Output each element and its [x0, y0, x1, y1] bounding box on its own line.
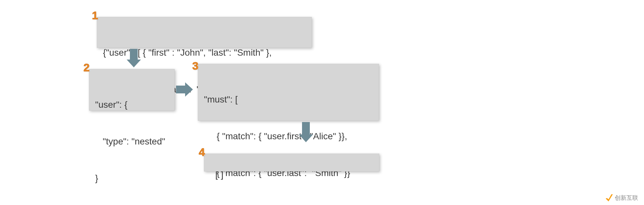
code-line: "type": "nested": [95, 135, 169, 148]
arrow-down-3-to-4: [302, 122, 310, 135]
step-label-3: 3: [192, 60, 198, 72]
step-label-4: 4: [199, 146, 205, 158]
logo-check-icon: [606, 194, 613, 201]
step-label-2: 2: [83, 61, 90, 74]
box-document: {"user" : [ { "first" : "John", "last": …: [97, 17, 312, 48]
code-line: "user": {: [95, 99, 169, 111]
code-line: }: [95, 172, 169, 184]
box-result: []: [204, 154, 379, 171]
label-text: 4: [199, 146, 205, 158]
label-text: 2: [83, 61, 90, 74]
label-text: 1: [92, 9, 98, 21]
box-query: "must": [ { "match": { "user.first": "Al…: [198, 64, 379, 121]
footer-logo: 创新互联: [606, 194, 638, 202]
code-line: "must": [: [204, 93, 373, 106]
code-line: { "match": { "user.first": "Alice" }},: [204, 130, 373, 143]
footer-text: 创新互联: [615, 194, 638, 202]
result-content: []: [214, 170, 225, 182]
box-mapping: "user": { "type": "nested" }: [89, 69, 175, 111]
step-label-1: 1: [92, 9, 98, 22]
arrow-down-1-to-2: [130, 49, 138, 60]
label-text: 3: [192, 60, 198, 72]
arrow-right-2-to-3: [176, 86, 186, 93]
